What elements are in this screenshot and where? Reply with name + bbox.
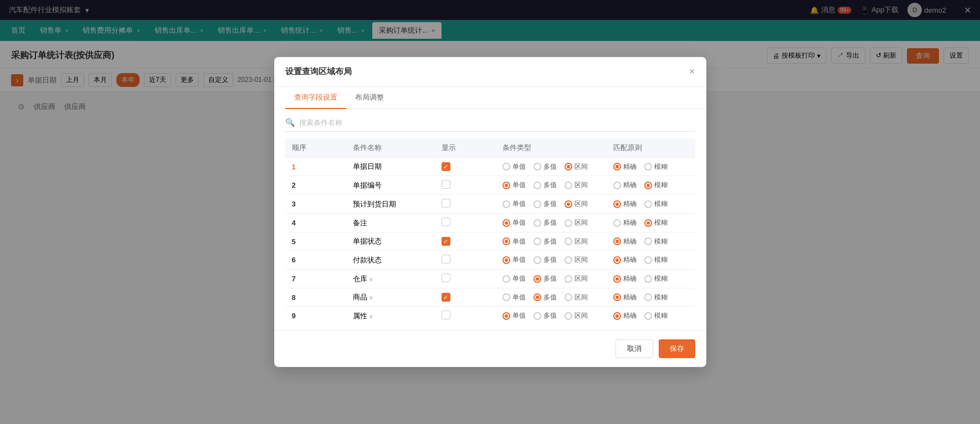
radio-circle [613, 182, 621, 189]
type-option-1[interactable]: 多值 [533, 199, 557, 209]
row-type-cell: 单值多值区间 [496, 251, 607, 270]
type-option-2[interactable]: 区间 [565, 218, 588, 227]
display-checkbox[interactable] [442, 255, 450, 263]
row-match-cell: 精确模糊 [607, 195, 695, 214]
settings-dialog: 设置查询区域布局 × 查询字段设置 布局调整 🔍 [274, 57, 706, 367]
fields-scroll-area[interactable]: 顺序 条件名称 显示 条件类型 匹配原则 1单据日期单值多值区间精确模糊2单据编… [285, 138, 695, 321]
row-name: 单据编号 [346, 176, 435, 195]
radio-circle [565, 256, 572, 264]
type-option-0[interactable]: 单值 [502, 180, 526, 190]
radio-circle [613, 237, 621, 245]
display-checkbox[interactable] [442, 199, 450, 208]
match-option-0[interactable]: 精确 [613, 237, 637, 246]
type-option-1[interactable]: 多值 [533, 180, 557, 190]
type-option-1[interactable]: 多值 [533, 274, 557, 283]
match-option-0[interactable]: 精确 [613, 162, 637, 172]
radio-circle [533, 275, 541, 283]
row-display-cell [435, 195, 496, 214]
display-checkbox[interactable] [442, 180, 450, 189]
save-button[interactable]: 保存 [659, 339, 695, 358]
type-option-2[interactable]: 区间 [565, 180, 588, 190]
type-option-2[interactable]: 区间 [565, 274, 588, 283]
row-dropdown-icon[interactable]: ∨ [369, 294, 373, 301]
row-seq: 4 [285, 214, 346, 232]
display-checkbox[interactable] [442, 293, 450, 302]
radio-circle [502, 163, 510, 170]
match-option-1[interactable]: 模糊 [644, 180, 668, 190]
search-bar: 🔍 [285, 118, 695, 132]
type-option-0[interactable]: 单值 [502, 255, 526, 265]
type-option-0[interactable]: 单值 [502, 218, 526, 227]
radio-circle [533, 237, 541, 245]
row-dropdown-icon[interactable]: ∨ [369, 276, 373, 282]
radio-circle [502, 237, 510, 245]
tab-layout-adjust[interactable]: 布局调整 [346, 87, 393, 109]
match-option-1[interactable]: 模糊 [644, 199, 668, 209]
type-option-2[interactable]: 区间 [565, 237, 588, 246]
row-dropdown-icon[interactable]: ∨ [369, 313, 373, 319]
type-option-0[interactable]: 单值 [502, 274, 526, 283]
match-option-0[interactable]: 精确 [613, 293, 637, 302]
radio-circle [565, 275, 572, 283]
type-option-2[interactable]: 区间 [565, 255, 588, 265]
type-option-0[interactable]: 单值 [502, 237, 526, 246]
type-option-2[interactable]: 区间 [565, 311, 588, 320]
dialog-close-button[interactable]: × [689, 66, 695, 77]
type-option-1[interactable]: 多值 [533, 255, 557, 265]
row-name: 单据日期 [346, 158, 435, 176]
dialog-title: 设置查询区域布局 [285, 66, 352, 77]
type-option-0[interactable]: 单值 [502, 293, 526, 302]
radio-circle [644, 219, 652, 227]
type-option-2[interactable]: 区间 [565, 293, 588, 302]
row-type-cell: 单值多值区间 [496, 270, 607, 288]
type-option-1[interactable]: 多值 [533, 311, 557, 320]
row-name: 仓库 ∨ [346, 270, 435, 288]
match-option-1[interactable]: 模糊 [644, 237, 668, 246]
match-option-1[interactable]: 模糊 [644, 255, 668, 265]
type-option-0[interactable]: 单值 [502, 311, 526, 320]
display-checkbox[interactable] [442, 311, 450, 319]
display-checkbox[interactable] [442, 218, 450, 226]
type-option-2[interactable]: 区间 [565, 162, 588, 172]
row-type-cell: 单值多值区间 [496, 158, 607, 176]
table-row: 1单据日期单值多值区间精确模糊 [285, 158, 695, 176]
match-option-0[interactable]: 精确 [613, 180, 637, 190]
row-seq: 3 [285, 195, 346, 214]
th-display: 显示 [435, 138, 496, 158]
match-option-0[interactable]: 精确 [613, 274, 637, 283]
tab-query-fields[interactable]: 查询字段设置 [285, 87, 346, 109]
table-row: 4备注单值多值区间精确模糊 [285, 214, 695, 232]
radio-circle [502, 182, 510, 189]
display-checkbox[interactable] [442, 237, 450, 246]
match-option-1[interactable]: 模糊 [644, 293, 668, 302]
radio-circle [644, 163, 652, 170]
row-match-cell: 精确模糊 [607, 214, 695, 232]
match-option-0[interactable]: 精确 [613, 255, 637, 265]
match-option-1[interactable]: 模糊 [644, 274, 668, 283]
type-option-0[interactable]: 单值 [502, 162, 526, 172]
match-option-0[interactable]: 精确 [613, 311, 637, 320]
type-option-1[interactable]: 多值 [533, 162, 557, 172]
search-input[interactable] [299, 118, 410, 127]
display-checkbox[interactable] [442, 162, 450, 171]
type-option-1[interactable]: 多值 [533, 237, 557, 246]
match-option-1[interactable]: 模糊 [644, 218, 668, 227]
display-checkbox[interactable] [442, 273, 450, 282]
radio-circle [613, 200, 621, 208]
match-option-0[interactable]: 精确 [613, 218, 637, 227]
radio-circle [533, 219, 541, 227]
table-row: 6付款状态单值多值区间精确模糊 [285, 251, 695, 270]
radio-circle [644, 256, 652, 264]
cancel-button[interactable]: 取消 [615, 339, 653, 358]
type-option-0[interactable]: 单值 [502, 199, 526, 209]
type-option-2[interactable]: 区间 [565, 199, 588, 209]
radio-circle [533, 200, 541, 208]
match-option-0[interactable]: 精确 [613, 199, 637, 209]
table-head-row: 顺序 条件名称 显示 条件类型 匹配原则 [285, 138, 695, 158]
table-row: 7仓库 ∨单值多值区间精确模糊 [285, 270, 695, 288]
type-option-1[interactable]: 多值 [533, 293, 557, 302]
match-option-1[interactable]: 模糊 [644, 162, 668, 172]
table-row: 9属性 ∨单值多值区间精确模糊 [285, 307, 695, 322]
match-option-1[interactable]: 模糊 [644, 311, 668, 320]
type-option-1[interactable]: 多值 [533, 218, 557, 227]
